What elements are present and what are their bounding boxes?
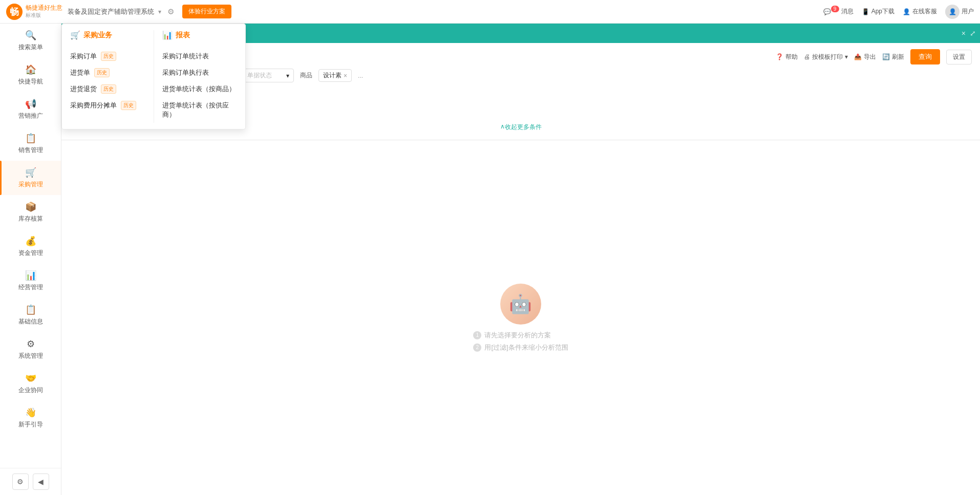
dropdown-columns: 🛒 采购业务 采购订单 历史 进货单 历史 进货退货 历史 — [62, 30, 245, 123]
dropdown-item-purchase-order[interactable]: 采购订单 历史 — [70, 48, 145, 64]
sidebar-label-finance: 资金管理 — [18, 249, 43, 257]
message-icon: 💬 — [823, 8, 831, 15]
title-arrow-icon[interactable]: ▾ — [158, 8, 161, 15]
purchase-order-exec-label: 采购订单执行表 — [162, 68, 209, 77]
dropdown-item-purchase-order-exec[interactable]: 采购订单执行表 — [162, 64, 238, 81]
online-service-item[interactable]: 👤 在线客服 — [903, 7, 937, 16]
logo-area: 畅 畅捷通好生意 标准版 — [6, 4, 68, 20]
sidebar-label-basic-info: 基础信息 — [18, 317, 43, 326]
sidebar-label-search: 搜索菜单 — [18, 43, 43, 52]
purchase-col: 🛒 采购业务 采购订单 历史 进货单 历史 进货退货 历史 — [62, 30, 154, 123]
goods-tag-value: 设计素 — [323, 71, 342, 80]
refresh-icon: 🔄 — [882, 53, 890, 60]
purchase-col-icon: 🛒 — [70, 30, 80, 40]
help-icon: ❓ — [776, 53, 783, 60]
purchase-icon: 🛒 — [25, 167, 36, 178]
goods-tag-remove-icon[interactable]: × — [344, 72, 347, 79]
sidebar: 🔍 搜索菜单 🏠 快捷导航 📢 营销推广 📋 销售管理 🛒 采购管理 📦 库存核… — [0, 24, 61, 495]
print-arrow-icon: ▾ — [845, 53, 848, 60]
notification-label: 消息 — [841, 7, 854, 16]
history-badge-0: 历史 — [101, 52, 116, 61]
sidebar-label-inventory: 库存核算 — [18, 214, 43, 223]
refresh-btn[interactable]: 🔄 刷新 — [882, 53, 904, 61]
dropdown-item-purchase-order-stats[interactable]: 采购订单统计表 — [162, 48, 238, 64]
sidebar-item-sales[interactable]: 📋 销售管理 — [0, 126, 61, 161]
query-button[interactable]: 查询 — [910, 49, 940, 64]
dropdown-item-purchase-expense[interactable]: 采购费用分摊单 历史 — [70, 97, 145, 114]
app-download-item[interactable]: 📱 App下载 — [862, 7, 894, 16]
goods-return-label: 进货退货 — [70, 84, 97, 94]
report-col-icon: 📊 — [162, 30, 173, 40]
goods-tag: 设计素 × — [318, 69, 352, 82]
sidebar-label-purchase: 采购管理 — [18, 180, 43, 189]
goods-label: 商品 — [300, 71, 312, 80]
collapse-label: 收起更多条件 — [505, 123, 542, 132]
user-item[interactable]: 👤 用户 — [945, 5, 974, 19]
sidebar-item-search[interactable]: 🔍 搜索菜单 — [0, 24, 61, 58]
tab-bar-right: × ⤢ — [962, 29, 980, 37]
notifications-item[interactable]: 💬 9 消息 — [823, 7, 854, 16]
sidebar-item-guide[interactable]: 👋 新手引导 — [0, 401, 61, 435]
dropdown-item-goods-receipt[interactable]: 进货单 历史 — [70, 64, 145, 81]
goods-more-icon[interactable]: ... — [358, 72, 363, 79]
help-btn[interactable]: ❓ 帮助 — [776, 53, 798, 61]
tab-maximize-icon[interactable]: ⤢ — [970, 29, 976, 37]
sidebar-label-guide: 新手引导 — [18, 420, 43, 429]
sidebar-label-operations: 经营管理 — [18, 283, 43, 292]
sidebar-item-system[interactable]: ⚙ 系统管理 — [0, 332, 61, 367]
settings-button[interactable]: 设置 — [946, 50, 972, 64]
gear-small-icon: ⚙ — [17, 478, 24, 486]
top-bar: 畅 畅捷通好生意 标准版 装备及固定资产辅助管理系统 ▾ ⚙ 体验行业方案 💬 … — [0, 0, 980, 24]
tab-close-all-icon[interactable]: × — [962, 29, 966, 37]
settings-gear-icon[interactable]: ⚙ — [167, 7, 174, 16]
sidebar-label-system: 系统管理 — [18, 352, 43, 360]
basic-info-icon: 📋 — [25, 304, 36, 315]
history-badge-3: 历史 — [121, 101, 136, 110]
sidebar-item-marketing[interactable]: 📢 营销推广 — [0, 92, 61, 126]
search-icon: 🔍 — [25, 30, 36, 41]
notification-badge: 9 — [831, 6, 839, 12]
online-service-label: 在线客服 — [912, 7, 937, 16]
export-icon: 📤 — [854, 53, 862, 60]
sidebar-collapse-btn[interactable]: ◀ — [33, 474, 49, 490]
history-badge-1: 历史 — [94, 68, 110, 77]
collapse-icon: ◀ — [38, 478, 44, 486]
sidebar-item-finance[interactable]: 💰 资金管理 — [0, 229, 61, 264]
sidebar-item-enterprise[interactable]: 🤝 企业协同 — [0, 367, 61, 401]
sidebar-item-inventory[interactable]: 📦 库存核算 — [0, 195, 61, 229]
purchase-order-stats-label: 采购订单统计表 — [162, 52, 209, 61]
doc-status-arrow: ▾ — [286, 72, 289, 79]
logo-text: 畅捷通好生意 — [26, 4, 62, 12]
operations-icon: 📊 — [25, 270, 36, 281]
template-print-btn[interactable]: 🖨 按模板打印 ▾ — [804, 53, 848, 61]
sidebar-item-basic-info[interactable]: 📋 基础信息 — [0, 298, 61, 332]
purchase-expense-label: 采购费用分摊单 — [70, 101, 117, 110]
dropdown-item-goods-stats-by-product[interactable]: 进货单统计表（按商品） — [162, 81, 238, 97]
purchase-col-title: 🛒 采购业务 — [70, 30, 145, 43]
sidebar-item-quick-nav[interactable]: 🏠 快捷导航 — [0, 58, 61, 92]
sales-icon: 📋 — [25, 133, 36, 144]
purchase-order-label: 采购订单 — [70, 52, 97, 61]
marketing-icon: 📢 — [25, 98, 36, 110]
sidebar-label-sales: 销售管理 — [18, 146, 43, 155]
sidebar-settings-btn[interactable]: ⚙ — [12, 474, 29, 490]
main-layout: 🔍 搜索菜单 🏠 快捷导航 📢 营销推广 📋 销售管理 🛒 采购管理 📦 库存核… — [0, 24, 980, 495]
inventory-icon: 📦 — [25, 201, 36, 212]
finance-icon: 💰 — [25, 235, 36, 247]
sidebar-item-operations[interactable]: 📊 经营管理 — [0, 264, 61, 298]
report-col: 📊 报表 采购订单统计表 采购订单执行表 进货单统计表（按商品） 进货单统计表（… — [154, 30, 246, 123]
experience-button[interactable]: 体验行业方案 — [182, 5, 231, 18]
home-icon: 🏠 — [25, 64, 36, 75]
goods-stats-product-label: 进货单统计表（按商品） — [162, 84, 236, 94]
purchase-col-title-text: 采购业务 — [83, 31, 112, 40]
template-print-label: 按模板打印 — [812, 53, 843, 61]
export-btn[interactable]: 📤 导出 — [854, 53, 876, 61]
doc-status-select[interactable]: 单据状态 ▾ — [243, 69, 294, 82]
dropdown-item-goods-return[interactable]: 进货退货 历史 — [70, 81, 145, 97]
logo-icon: 畅 — [6, 4, 23, 20]
sidebar-item-purchase[interactable]: 🛒 采购管理 — [0, 161, 61, 195]
doc-status-value: 单据状态 — [247, 71, 284, 80]
system-title: 装备及固定资产辅助管理系统 — [68, 7, 154, 16]
dropdown-item-goods-stats-by-supplier[interactable]: 进货单统计表（按供应商） — [162, 97, 238, 123]
report-col-title-text: 报表 — [176, 31, 190, 40]
